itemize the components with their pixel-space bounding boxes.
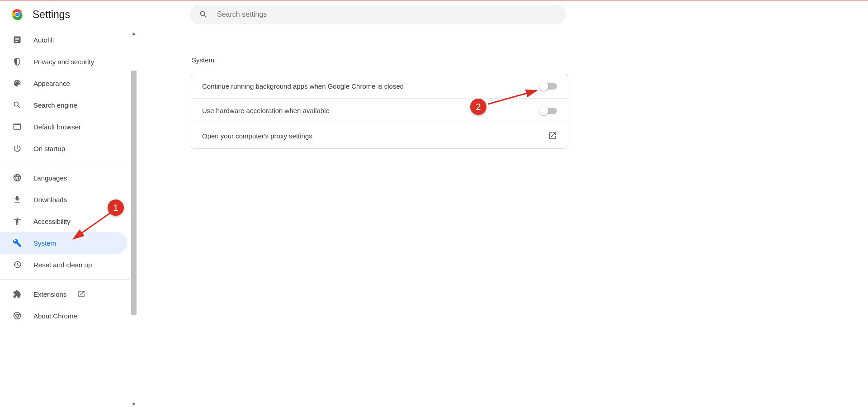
annotation-arrow-2	[485, 86, 543, 109]
power-icon	[13, 144, 22, 153]
sidebar-scrollbar[interactable]: ▲ ▼	[130, 29, 138, 408]
section-heading: System	[192, 56, 568, 64]
autofill-icon	[13, 35, 22, 44]
history-icon	[13, 260, 22, 269]
sidebar-divider	[0, 279, 130, 280]
svg-point-2	[15, 13, 19, 16]
sidebar-item-languages[interactable]: Languages	[0, 167, 130, 189]
annotation-badge-2: 2	[470, 99, 486, 115]
scrollbar-thumb[interactable]	[131, 71, 137, 315]
sidebar-item-label: On startup	[33, 145, 65, 152]
sidebar-item-label: Appearance	[33, 80, 70, 87]
wrench-icon	[13, 238, 22, 247]
row-label: Open your computer's proxy settings	[202, 132, 312, 140]
shield-icon	[13, 57, 22, 66]
sidebar-item-appearance[interactable]: Appearance	[0, 72, 130, 94]
accessibility-icon	[13, 217, 22, 226]
search-input[interactable]	[217, 10, 557, 19]
browser-icon	[13, 122, 22, 131]
row-label: Continue running background apps when Go…	[202, 82, 404, 90]
globe-icon	[13, 173, 22, 182]
row-proxy-settings[interactable]: Open your computer's proxy settings	[191, 123, 568, 148]
search-box[interactable]	[190, 5, 566, 24]
sidebar-item-label: Accessibility	[33, 218, 71, 225]
page-title: Settings	[33, 9, 70, 21]
puzzle-icon	[13, 289, 22, 299]
sidebar-item-extensions[interactable]: Extensions	[0, 283, 130, 305]
annotation-badge-1: 1	[108, 199, 124, 216]
sidebar-item-label: Autofill	[33, 36, 54, 44]
search-icon	[13, 100, 22, 109]
palette-icon	[13, 79, 22, 88]
sidebar-item-autofill[interactable]: Autofill	[0, 29, 130, 51]
svg-line-9	[488, 90, 537, 104]
row-label: Use hardware acceleration when available	[202, 107, 330, 114]
sidebar-item-label: Privacy and security	[33, 58, 94, 66]
sidebar-item-label: Downloads	[33, 196, 67, 204]
chrome-outline-icon	[13, 311, 22, 320]
svg-line-8	[73, 213, 111, 239]
search-container	[190, 5, 566, 24]
open-external-icon	[548, 131, 557, 140]
sidebar-item-label: Default browser	[33, 123, 81, 131]
scrollbar-down-button[interactable]: ▼	[130, 400, 138, 408]
sidebar-item-label: Search engine	[33, 101, 77, 109]
download-icon	[13, 195, 22, 204]
sidebar-item-label: About Chrome	[33, 312, 77, 320]
open-external-icon	[77, 290, 85, 298]
settings-card: Continue running background apps when Go…	[191, 74, 568, 149]
sidebar-divider	[0, 163, 130, 163]
sidebar-item-label: Extensions	[33, 290, 66, 298]
sidebar-item-reset[interactable]: Reset and clean up	[0, 254, 130, 275]
sidebar-item-about[interactable]: About Chrome	[0, 305, 130, 327]
sidebar-item-label: Reset and clean up	[33, 261, 92, 269]
sidebar-item-default-browser[interactable]: Default browser	[0, 116, 130, 138]
sidebar-item-label: System	[33, 239, 56, 247]
chrome-logo-icon	[11, 8, 24, 21]
sidebar-item-label: Languages	[33, 174, 67, 182]
search-icon	[199, 10, 208, 19]
sidebar-item-privacy[interactable]: Privacy and security	[0, 51, 130, 72]
sidebar-item-on-startup[interactable]: On startup	[0, 138, 130, 159]
window-top-border	[0, 0, 868, 0]
sidebar-item-search-engine[interactable]: Search engine	[0, 94, 130, 116]
scrollbar-up-button[interactable]: ▲	[130, 29, 138, 37]
